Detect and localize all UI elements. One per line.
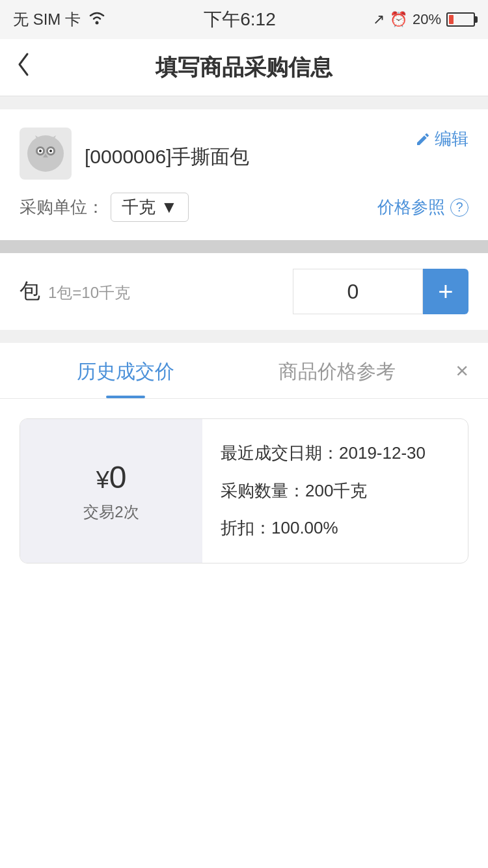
alarm-icon: ⏰: [390, 11, 407, 28]
status-right: ↗ ⏰ 20%: [373, 11, 475, 28]
unit-select[interactable]: 千克 ▼: [111, 193, 189, 222]
price-ref-button[interactable]: 价格参照 ?: [377, 196, 468, 219]
help-icon[interactable]: ?: [450, 198, 468, 217]
quantity-conversion: 1包=10千克: [48, 282, 130, 303]
tab-header: 历史成交价 商品价格参考 ×: [0, 343, 488, 399]
quantity-label: 包 1包=10千克: [20, 277, 130, 306]
svg-point-7: [49, 150, 52, 152]
last-trade-date-row: 最近成交日期：2019-12-30: [221, 440, 450, 467]
product-name: [0000006]手撕面包: [85, 144, 249, 170]
tab-panel: 历史成交价 商品价格参考 × ¥0 交易2次 最近成交日期：2019-12-30…: [0, 343, 488, 583]
dropdown-icon: ▼: [161, 197, 178, 217]
quantity-input[interactable]: [293, 269, 423, 314]
product-info: [0000006]手撕面包: [85, 137, 249, 170]
tab-content-history: ¥0 交易2次 最近成交日期：2019-12-30 采购数量：200千克 折扣：…: [0, 399, 488, 583]
discount-row: 折扣：100.00%: [221, 515, 450, 542]
quantity-input-group: +: [293, 269, 468, 314]
battery-icon: [446, 12, 475, 27]
svg-point-0: [96, 21, 99, 25]
back-button[interactable]: [16, 51, 31, 83]
price-card-left: ¥0 交易2次: [20, 419, 202, 563]
product-left: [0000006]手撕面包: [20, 128, 249, 180]
wifi-icon: [87, 10, 107, 29]
bottom-space: [0, 583, 488, 868]
purchase-qty-row: 采购数量：200千克: [221, 478, 450, 505]
gps-icon: ↗: [373, 11, 385, 28]
battery-percent: 20%: [413, 11, 441, 28]
section-divider: [0, 240, 488, 253]
quantity-row: 包 1包=10千克 +: [0, 253, 488, 330]
price-card: ¥0 交易2次 最近成交日期：2019-12-30 采购数量：200千克 折扣：…: [20, 418, 468, 563]
product-header: [0000006]手撕面包 编辑: [20, 128, 468, 180]
product-card: [0000006]手撕面包 编辑 采购单位： 千克 ▼ 价格参照 ?: [0, 109, 488, 240]
price-card-right: 最近成交日期：2019-12-30 采购数量：200千克 折扣：100.00%: [202, 419, 468, 563]
tab-close-button[interactable]: ×: [442, 351, 468, 390]
unit-label: 采购单位： 千克 ▼: [20, 193, 189, 222]
carrier-label: 无 SIM 卡: [13, 9, 81, 30]
status-time: 下午6:12: [204, 7, 276, 32]
trade-count: 交易2次: [83, 502, 139, 522]
price-amount: ¥0: [96, 459, 127, 495]
status-left: 无 SIM 卡: [13, 9, 107, 30]
status-bar: 无 SIM 卡 下午6:12 ↗ ⏰ 20%: [0, 0, 488, 39]
svg-point-6: [39, 150, 42, 152]
tab-history-price[interactable]: 历史成交价: [20, 343, 231, 398]
quantity-unit: 包: [20, 277, 40, 306]
product-unit-row: 采购单位： 千克 ▼ 价格参照 ?: [20, 193, 468, 222]
nav-bar: 填写商品采购信息: [0, 39, 488, 96]
tab-price-ref[interactable]: 商品价格参考: [231, 343, 442, 398]
quantity-plus-button[interactable]: +: [423, 269, 468, 314]
edit-button[interactable]: 编辑: [415, 128, 468, 150]
page-title: 填写商品采购信息: [156, 53, 332, 83]
product-thumbnail: [20, 128, 72, 180]
